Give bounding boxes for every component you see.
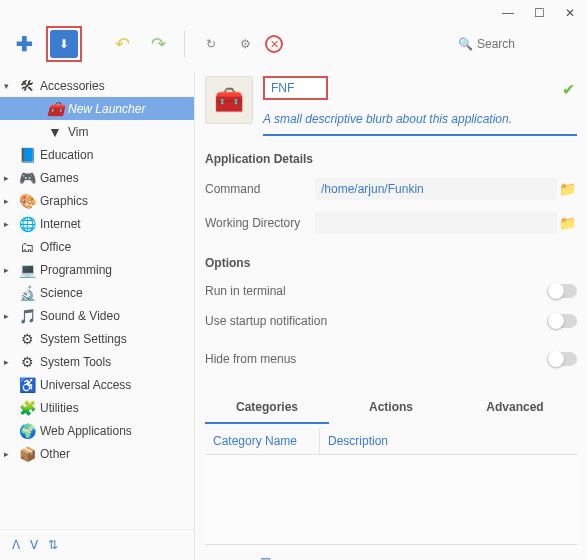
category-icon: 📦 bbox=[18, 445, 36, 463]
command-input[interactable]: /home/arjun/Funkin bbox=[315, 178, 557, 200]
category-icon: 🧩 bbox=[18, 399, 36, 417]
category-icon: ⚙ bbox=[18, 330, 36, 348]
sidebar-item-other[interactable]: ▸📦Other bbox=[0, 442, 194, 465]
sidebar-item-games[interactable]: ▸🎮Games bbox=[0, 166, 194, 189]
toolbar: ✚ ⬇ ↶ ↷ ↻ ⚙ ✕ 🔍 bbox=[0, 22, 587, 72]
sidebar-item-utilities[interactable]: 🧩Utilities bbox=[0, 396, 194, 419]
sidebar-item-graphics[interactable]: ▸🎨Graphics bbox=[0, 189, 194, 212]
sidebar-item-label: Accessories bbox=[40, 79, 105, 93]
sidebar-item-label: Office bbox=[40, 240, 71, 254]
minimize-button[interactable]: — bbox=[502, 6, 514, 20]
wd-label: Working Directory bbox=[205, 216, 315, 230]
sidebar-item-system-tools[interactable]: ▸⚙System Tools bbox=[0, 350, 194, 373]
expand-arrow-icon: ▾ bbox=[4, 81, 14, 91]
opt-startup-toggle[interactable] bbox=[547, 314, 577, 328]
opt-terminal-toggle[interactable] bbox=[547, 284, 577, 298]
sidebar-item-education[interactable]: 📘Education bbox=[0, 143, 194, 166]
refresh-button[interactable]: ↻ bbox=[197, 30, 225, 58]
sidebar-item-label: Education bbox=[40, 148, 93, 162]
sidebar-item-label: System Settings bbox=[40, 332, 127, 346]
sidebar-item-vim[interactable]: ▼Vim bbox=[0, 120, 194, 143]
category-add-button[interactable]: ＋ bbox=[213, 555, 225, 560]
add-button[interactable]: ✚ bbox=[10, 30, 38, 58]
sidebar-item-label: Sound & Video bbox=[40, 309, 120, 323]
move-up-button[interactable]: ᐱ bbox=[12, 538, 20, 552]
category-icon: 🌍 bbox=[18, 422, 36, 440]
category-icon: 💻 bbox=[18, 261, 36, 279]
expand-arrow-icon: ▸ bbox=[4, 196, 14, 206]
category-tree: ▾🛠Accessories🧰New Launcher▼Vim📘Education… bbox=[0, 72, 194, 529]
search-box[interactable]: 🔍 bbox=[458, 37, 577, 51]
col-category-name[interactable]: Category Name bbox=[205, 428, 320, 455]
sidebar-item-label: Vim bbox=[68, 125, 88, 139]
opt-hide-toggle[interactable] bbox=[547, 352, 577, 366]
delete-button[interactable]: ✕ bbox=[265, 35, 283, 53]
sort-button[interactable]: ⇅ bbox=[48, 538, 58, 552]
redo-button[interactable]: ↷ bbox=[144, 30, 172, 58]
tabs: Categories Actions Advanced bbox=[205, 392, 577, 424]
category-icon: 🎮 bbox=[18, 169, 36, 187]
sidebar-item-label: New Launcher bbox=[68, 102, 145, 116]
save-button[interactable]: ⬇ bbox=[50, 30, 78, 58]
launcher-name-input[interactable] bbox=[263, 76, 328, 100]
sidebar-item-web-applications[interactable]: 🌍Web Applications bbox=[0, 419, 194, 442]
sidebar-item-label: Utilities bbox=[40, 401, 79, 415]
sidebar-item-programming[interactable]: ▸💻Programming bbox=[0, 258, 194, 281]
move-down-button[interactable]: ᐯ bbox=[30, 538, 38, 552]
sidebar-item-internet[interactable]: ▸🌐Internet bbox=[0, 212, 194, 235]
maximize-button[interactable]: ☐ bbox=[534, 6, 545, 20]
opt-startup-label: Use startup notification bbox=[205, 314, 547, 328]
category-icon: 📘 bbox=[18, 146, 36, 164]
sidebar-item-label: Internet bbox=[40, 217, 81, 231]
category-icon: 🗂 bbox=[18, 238, 36, 256]
titlebar: — ☐ ✕ bbox=[0, 0, 587, 22]
category-clear-button[interactable]: ▦ bbox=[260, 555, 271, 560]
opt-terminal-label: Run in terminal bbox=[205, 284, 547, 298]
expand-arrow-icon: ▸ bbox=[4, 219, 14, 229]
category-icon: 🧰 bbox=[46, 100, 64, 118]
undo-button[interactable]: ↶ bbox=[108, 30, 136, 58]
category-remove-button[interactable]: − bbox=[239, 555, 246, 560]
command-browse-icon[interactable]: 📁 bbox=[557, 181, 577, 197]
launcher-description[interactable]: A small descriptive blurb about this app… bbox=[263, 112, 577, 136]
category-icon: ⚙ bbox=[18, 353, 36, 371]
expand-arrow-icon: ▸ bbox=[4, 311, 14, 321]
wd-browse-icon[interactable]: 📁 bbox=[557, 215, 577, 231]
sidebar-item-accessories[interactable]: ▾🛠Accessories bbox=[0, 74, 194, 97]
save-button-highlight: ⬇ bbox=[46, 26, 82, 62]
sidebar-item-label: Games bbox=[40, 171, 79, 185]
sidebar-item-label: Programming bbox=[40, 263, 112, 277]
tab-actions[interactable]: Actions bbox=[329, 392, 453, 424]
content-panel: 🧰 ✔ A small descriptive blurb about this… bbox=[195, 72, 587, 560]
sidebar-item-new-launcher[interactable]: 🧰New Launcher bbox=[0, 97, 194, 120]
search-input[interactable] bbox=[477, 37, 577, 51]
col-description[interactable]: Description bbox=[320, 428, 577, 455]
sidebar-item-system-settings[interactable]: ⚙System Settings bbox=[0, 327, 194, 350]
sidebar-item-label: Universal Access bbox=[40, 378, 131, 392]
category-icon: 🔬 bbox=[18, 284, 36, 302]
wd-input[interactable] bbox=[315, 212, 557, 234]
expand-arrow-icon: ▸ bbox=[4, 357, 14, 367]
sidebar-footer: ᐱ ᐯ ⇅ bbox=[0, 529, 194, 560]
sidebar-item-office[interactable]: 🗂Office bbox=[0, 235, 194, 258]
expand-arrow-icon: ▸ bbox=[4, 265, 14, 275]
app-icon[interactable]: 🧰 bbox=[205, 76, 253, 124]
category-table-body bbox=[205, 455, 577, 545]
sidebar-item-sound-video[interactable]: ▸🎵Sound & Video bbox=[0, 304, 194, 327]
sidebar-item-label: Web Applications bbox=[40, 424, 132, 438]
sidebar-item-label: System Tools bbox=[40, 355, 111, 369]
close-button[interactable]: ✕ bbox=[565, 6, 575, 20]
category-icon: 🎨 bbox=[18, 192, 36, 210]
toolbar-divider bbox=[184, 31, 185, 57]
category-table-header: Category Name Description bbox=[205, 428, 577, 455]
tab-advanced[interactable]: Advanced bbox=[453, 392, 577, 424]
sidebar-item-universal-access[interactable]: ♿Universal Access bbox=[0, 373, 194, 396]
tab-categories[interactable]: Categories bbox=[205, 392, 329, 424]
expand-arrow-icon: ▸ bbox=[4, 173, 14, 183]
execute-button[interactable]: ⚙ bbox=[231, 30, 259, 58]
command-label: Command bbox=[205, 182, 315, 196]
sidebar-item-label: Other bbox=[40, 447, 70, 461]
sidebar-item-science[interactable]: 🔬Science bbox=[0, 281, 194, 304]
category-icon: 🎵 bbox=[18, 307, 36, 325]
options-header: Options bbox=[205, 256, 577, 270]
